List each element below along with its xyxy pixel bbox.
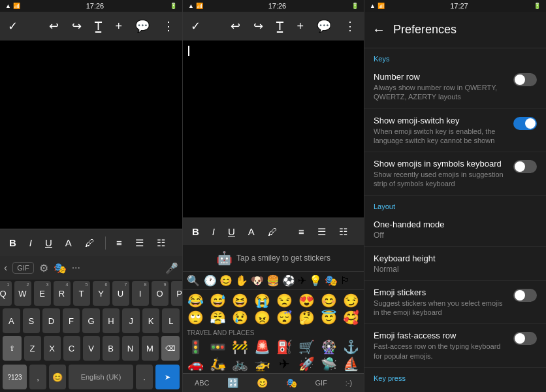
toggle-emoji-fast[interactable] bbox=[513, 332, 537, 345]
gif-btn-1[interactable]: GIF bbox=[12, 262, 33, 274]
key-emoji[interactable]: 😊 bbox=[49, 365, 66, 389]
emoji-t13[interactable]: ✈ bbox=[274, 356, 295, 372]
key-space[interactable]: English (UK) bbox=[69, 365, 133, 389]
redo-button-1[interactable]: ↪ bbox=[69, 16, 84, 36]
emoji-smile[interactable]: 😊 bbox=[318, 293, 339, 308]
redo-button-2[interactable]: ↪ bbox=[251, 16, 266, 36]
numbered-btn-2[interactable]: ☷ bbox=[335, 223, 351, 240]
font-color-btn-1[interactable]: A bbox=[61, 235, 76, 251]
emoji-t16[interactable]: ⛵ bbox=[340, 356, 361, 372]
emoji-cat-objects[interactable]: 💡 bbox=[309, 274, 322, 287]
emoji-t6[interactable]: 🛒 bbox=[296, 339, 317, 355]
emoji-steam[interactable]: 😤 bbox=[208, 310, 229, 325]
key-w[interactable]: W2 bbox=[14, 281, 31, 306]
more-button-1[interactable]: ⋮ bbox=[160, 16, 177, 36]
sticker-btn-1[interactable]: 🎭 bbox=[54, 262, 67, 274]
emoji-t8[interactable]: ⚓ bbox=[340, 339, 361, 355]
settings-btn-1[interactable]: ⚙ bbox=[39, 262, 48, 274]
key-b[interactable]: B bbox=[103, 336, 120, 361]
undo-button-1[interactable]: ↩ bbox=[46, 16, 61, 36]
key-s[interactable]: S bbox=[23, 308, 40, 333]
key-p[interactable]: P0 bbox=[171, 281, 183, 306]
key-enter[interactable]: ➤ bbox=[155, 365, 180, 389]
bottom-caps[interactable]: 🔡 bbox=[227, 378, 238, 388]
emoji-t1[interactable]: 🚦 bbox=[185, 339, 206, 355]
emoji-think[interactable]: 🤔 bbox=[296, 310, 317, 325]
emoji-t11[interactable]: 🚲 bbox=[230, 356, 251, 372]
emoji-sleep[interactable]: 😴 bbox=[274, 310, 295, 325]
emoji-t5[interactable]: ⛽ bbox=[274, 339, 295, 355]
key-o[interactable]: O9 bbox=[152, 281, 169, 306]
mic-btn-1[interactable]: 🎤 bbox=[165, 262, 178, 274]
key-n[interactable]: N bbox=[122, 336, 139, 361]
align-btn-2[interactable]: ≡ bbox=[295, 223, 308, 240]
emoji-heart-eyes[interactable]: 😍 bbox=[296, 293, 317, 308]
key-m[interactable]: M bbox=[142, 336, 159, 361]
bold-btn-2[interactable]: B bbox=[188, 223, 203, 240]
italic-btn-2[interactable]: I bbox=[208, 223, 219, 240]
bottom-gif[interactable]: GIF bbox=[315, 379, 327, 387]
key-a[interactable]: A bbox=[3, 308, 20, 333]
emoji-t15[interactable]: 🛸 bbox=[318, 356, 339, 372]
bottom-emoticon[interactable]: :-) bbox=[345, 379, 352, 387]
emoji-cat-food[interactable]: 🍔 bbox=[266, 274, 280, 287]
undo-button-2[interactable]: ↩ bbox=[228, 16, 243, 36]
emoji-cat-smiley[interactable]: 😊 bbox=[219, 274, 233, 287]
key-delete[interactable]: ⌫ bbox=[161, 336, 180, 361]
bottom-sticker[interactable]: 🎭 bbox=[286, 378, 297, 388]
emoji-halo[interactable]: 😇 bbox=[318, 310, 339, 325]
text-format-button-1[interactable]: T̲ bbox=[92, 16, 104, 36]
key-shift[interactable]: ⇧ bbox=[3, 336, 22, 361]
underline-btn-2[interactable]: U bbox=[224, 223, 239, 240]
toggle-emoji-stickers[interactable] bbox=[513, 289, 537, 302]
back-button[interactable]: ← bbox=[372, 22, 385, 37]
key-h[interactable]: H bbox=[103, 308, 120, 333]
text-format-button-2[interactable]: T̲ bbox=[274, 16, 286, 36]
emoji-t3[interactable]: 🚧 bbox=[230, 339, 251, 355]
toggle-number-row[interactable] bbox=[513, 73, 537, 86]
emoji-cry[interactable]: 😭 bbox=[252, 293, 273, 308]
emoji-laughing[interactable]: 😂 bbox=[185, 293, 206, 308]
font-color-btn-2[interactable]: A bbox=[244, 223, 259, 240]
emoji-cat-sports[interactable]: ⚽ bbox=[282, 274, 295, 287]
key-u[interactable]: U7 bbox=[112, 281, 129, 306]
emoji-t12[interactable]: 🚁 bbox=[252, 356, 273, 372]
key-comma[interactable]: , bbox=[29, 365, 46, 389]
bottom-emoji[interactable]: 😊 bbox=[257, 378, 268, 388]
pref-one-handed[interactable]: One-handed mode Off bbox=[364, 213, 546, 247]
kb-left-arrow-1[interactable]: ‹ bbox=[4, 262, 7, 274]
key-i[interactable]: I8 bbox=[132, 281, 149, 306]
emoji-sweat[interactable]: 😅 bbox=[208, 293, 229, 308]
key-q[interactable]: Q1 bbox=[0, 281, 12, 306]
emoji-cat-travel[interactable]: ✈ bbox=[298, 274, 306, 287]
bullet-btn-2[interactable]: ☰ bbox=[313, 223, 330, 240]
key-g[interactable]: G bbox=[82, 308, 100, 333]
key-k[interactable]: K bbox=[142, 308, 160, 333]
emoji-cat-animals[interactable]: 🐶 bbox=[251, 274, 264, 287]
emoji-rolleyes[interactable]: 🙄 bbox=[185, 310, 206, 325]
toggle-emoji-symbols[interactable] bbox=[513, 160, 537, 173]
key-r[interactable]: R4 bbox=[54, 281, 71, 306]
bold-btn-1[interactable]: B bbox=[5, 235, 20, 251]
emoji-cat-flags[interactable]: 🏳 bbox=[340, 275, 351, 287]
pref-kb-height[interactable]: Keyboard height Normal bbox=[364, 247, 546, 281]
emoji-unamused[interactable]: 😒 bbox=[274, 293, 295, 308]
numbered-btn-1[interactable]: ☷ bbox=[153, 235, 169, 252]
align-btn-1[interactable]: ≡ bbox=[112, 235, 126, 251]
comment-button-1[interactable]: 💬 bbox=[133, 16, 152, 36]
toggle-emoji-switch[interactable] bbox=[513, 117, 537, 130]
bottom-abc[interactable]: ABC bbox=[195, 379, 210, 387]
emoji-cat-people[interactable]: ✋ bbox=[235, 274, 248, 287]
emoji-t9[interactable]: 🚗 bbox=[185, 356, 206, 372]
key-e[interactable]: E3 bbox=[34, 281, 51, 306]
emoji-sad[interactable]: 😢 bbox=[230, 310, 251, 325]
emoji-love[interactable]: 🥰 bbox=[340, 310, 361, 325]
emoji-cat-recent[interactable]: 🕐 bbox=[204, 274, 217, 287]
key-x[interactable]: X bbox=[44, 336, 61, 361]
emoji-t2[interactable]: 🚥 bbox=[208, 339, 229, 355]
key-y[interactable]: Y6 bbox=[93, 281, 110, 306]
check-button-2[interactable]: ✓ bbox=[188, 16, 203, 36]
emoji-smirk[interactable]: 😏 bbox=[340, 293, 361, 308]
key-v[interactable]: V bbox=[83, 336, 100, 361]
text-area-1[interactable] bbox=[0, 41, 182, 229]
